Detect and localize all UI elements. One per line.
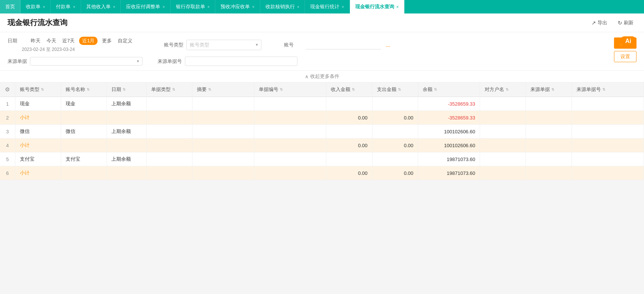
- cell-income-0: [326, 97, 372, 111]
- cell-expense-3: 0.00: [372, 139, 418, 152]
- cell-doc-type-2: [146, 125, 192, 139]
- th-income[interactable]: 收入金额 ⇅: [326, 82, 372, 97]
- nav-label-receipt: 收款单: [26, 3, 41, 10]
- cell-index-4: 5: [0, 152, 15, 166]
- date-btn-yesterday[interactable]: 昨天: [29, 37, 42, 45]
- cell-doc-no-0: [254, 97, 326, 111]
- cell-date-0: 上期余额: [107, 97, 147, 111]
- th-doc-type[interactable]: 单据类型 ⇅: [146, 82, 192, 97]
- cell-source-doc-no-3: [572, 139, 644, 152]
- nav-item-other-income[interactable]: 其他收入单 ×: [81, 0, 121, 13]
- table-header-row: ⚙ 账号类型 ⇅ 账号名称 ⇅ 日期: [0, 82, 644, 97]
- chevron-down-icon: ▾: [256, 42, 258, 47]
- th-balance[interactable]: 余额 ⇅: [418, 82, 480, 97]
- table-row[interactable]: 1 现金 现金 上期余额 -3528659.33: [0, 97, 644, 111]
- cell-balance-5: 19871073.60: [418, 166, 480, 180]
- th-source-doc[interactable]: 来源单据 ⇅: [526, 82, 572, 97]
- nav-item-bank-deposit[interactable]: 银行存取款单 ×: [171, 0, 215, 13]
- cell-doc-type-5: [146, 166, 192, 180]
- account-no-input[interactable]: [306, 40, 381, 49]
- cell-source-doc-no-2: [572, 125, 644, 139]
- export-label: 导出: [597, 19, 607, 26]
- close-icon-receipt[interactable]: ×: [43, 4, 45, 9]
- th-date[interactable]: 日期 ⇅: [107, 82, 147, 97]
- table-container: ⚙ 账号类型 ⇅ 账号名称 ⇅ 日期: [0, 82, 644, 180]
- source-doc-no-input[interactable]: [185, 57, 297, 66]
- close-icon-ar-ap-adjust[interactable]: ×: [162, 4, 165, 9]
- close-icon-cash-bank-flow[interactable]: ×: [396, 4, 399, 9]
- refresh-button[interactable]: ↻ 刷新: [615, 18, 636, 28]
- nav-item-payment[interactable]: 付款单 ×: [51, 0, 81, 13]
- th-account-type[interactable]: 账号类型 ⇅: [15, 82, 61, 97]
- nav-item-cash-bank-stat[interactable]: 现金银行统计 ×: [305, 0, 350, 13]
- ai-badge[interactable]: Ai: [620, 36, 636, 46]
- sort-icon-source-doc: ⇅: [551, 88, 554, 91]
- table-row[interactable]: 2 小计 0.00 0.00 -3528659.33: [0, 111, 644, 125]
- close-icon-collection-exec[interactable]: ×: [297, 4, 299, 9]
- cell-expense-0: [372, 97, 418, 111]
- th-counterpart[interactable]: 对方户名 ⇅: [480, 82, 525, 97]
- close-icon-advance-offset[interactable]: ×: [252, 4, 254, 9]
- nav-label-advance-offset: 预收冲应收单: [221, 3, 250, 10]
- date-btn-7days[interactable]: 近7天: [61, 37, 76, 45]
- cell-summary-2: [192, 125, 254, 139]
- th-doc-no[interactable]: 单据编号 ⇅: [254, 82, 326, 97]
- cell-balance-2: 100102606.60: [418, 125, 480, 139]
- date-btn-today[interactable]: 今天: [45, 37, 58, 45]
- export-button[interactable]: ↗ 导出: [588, 18, 610, 28]
- th-summary[interactable]: 摘要 ⇅: [192, 82, 254, 97]
- date-btn-custom[interactable]: 自定义: [116, 37, 134, 45]
- account-type-select[interactable]: 账号类型 ▾: [186, 40, 261, 50]
- cell-doc-no-2: [254, 125, 326, 139]
- nav-label-ar-ap-adjust: 应收应付调整单: [126, 3, 160, 10]
- source-doc-no-label: 来源单据号: [158, 58, 182, 65]
- nav-item-home[interactable]: 首页: [0, 0, 21, 13]
- cell-counterpart-2: [480, 125, 525, 139]
- nav-item-collection-exec[interactable]: 收款核销执行 ×: [260, 0, 305, 13]
- cell-account-name-0: 现金: [61, 97, 107, 111]
- table-row[interactable]: 4 小计 0.00 0.00 100102606.60: [0, 139, 644, 152]
- nav-item-cash-bank-flow[interactable]: 现金银行流水查询 ×: [350, 0, 404, 13]
- close-icon-bank-deposit[interactable]: ×: [207, 4, 210, 9]
- cell-doc-no-5: [254, 166, 326, 180]
- cell-counterpart-1: [480, 111, 525, 125]
- date-btn-1month[interactable]: 近1月: [79, 37, 98, 45]
- settings-button[interactable]: 设置: [614, 51, 636, 62]
- cell-counterpart-0: [480, 97, 525, 111]
- cell-counterpart-5: [480, 166, 525, 180]
- th-source-doc-no[interactable]: 来源单据号 ⇅: [572, 82, 644, 97]
- cell-summary-4: [192, 152, 254, 166]
- cell-account-name-2: 微信: [61, 125, 107, 139]
- nav-item-ar-ap-adjust[interactable]: 应收应付调整单 ×: [121, 0, 170, 13]
- account-no-label: 账号: [284, 42, 303, 48]
- gear-icon[interactable]: ⚙: [5, 86, 10, 93]
- cell-expense-4: [372, 152, 418, 166]
- cell-expense-5: 0.00: [372, 166, 418, 180]
- cell-doc-type-0: [146, 97, 192, 111]
- table-row[interactable]: 6 小计 0.00 0.00 19871073.60: [0, 166, 644, 180]
- sort-icon-date: ⇅: [123, 88, 126, 91]
- th-expense[interactable]: 支出金额 ⇅: [372, 82, 418, 97]
- nav-item-advance-offset[interactable]: 预收冲应收单 ×: [215, 0, 260, 13]
- source-doc-select[interactable]: ▾: [30, 57, 143, 66]
- collapse-more-conditions[interactable]: ∧ 收起更多条件: [0, 71, 644, 82]
- cell-date-1: [107, 111, 147, 125]
- cell-source-doc-no-1: [572, 111, 644, 125]
- nav-item-receipt[interactable]: 收款单 ×: [21, 0, 51, 13]
- close-icon-other-income[interactable]: ×: [113, 4, 115, 9]
- table-row[interactable]: 3 微信 微信 上期余额 100102606.60: [0, 125, 644, 139]
- cell-doc-type-4: [146, 152, 192, 166]
- nav-label-payment: 付款单: [56, 3, 71, 10]
- account-type-label: 账号类型: [164, 42, 183, 48]
- table-row[interactable]: 5 支付宝 支付宝 上期余额 19871073.60: [0, 152, 644, 166]
- top-navigation: 首页 收款单 × 付款单 × 其他收入单 × 应收应付调整单 × 银行存取款单 …: [0, 0, 644, 13]
- th-settings[interactable]: ⚙: [0, 82, 15, 97]
- cell-balance-0: -3528659.33: [418, 97, 480, 111]
- cell-source-doc-2: [526, 125, 572, 139]
- close-icon-payment[interactable]: ×: [73, 4, 75, 9]
- th-account-name[interactable]: 账号名称 ⇅: [61, 82, 107, 97]
- ellipsis-button[interactable]: ...: [384, 42, 392, 48]
- close-icon-cash-bank-stat[interactable]: ×: [342, 4, 344, 9]
- cell-summary-5: [192, 166, 254, 180]
- date-btn-more[interactable]: 更多: [101, 37, 113, 45]
